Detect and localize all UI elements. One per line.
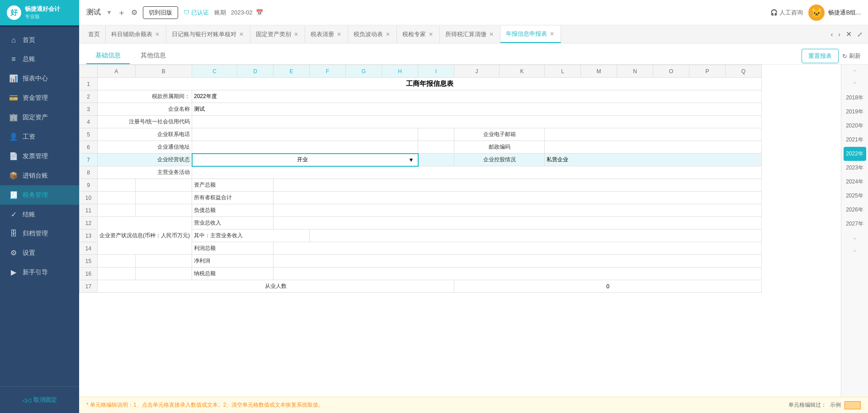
col-header-E[interactable]: E — [274, 65, 310, 78]
cell-total-assets-value[interactable] — [274, 179, 762, 192]
cell-total-revenue-value[interactable] — [274, 217, 762, 230]
table-row: 16 纳税总额 — [80, 268, 762, 280]
service-button[interactable]: 🎧 人工咨询 — [770, 9, 803, 17]
sidebar-item-inventory[interactable]: 📦 进销台账 — [0, 166, 79, 185]
year-item-2025[interactable]: 2025年 — [844, 189, 866, 203]
tab-close-journal[interactable]: ✕ — [238, 30, 245, 38]
cell-title[interactable]: 工商年报信息表 — [98, 78, 762, 90]
sidebar-item-wages[interactable]: 👤 工资 — [0, 127, 79, 146]
cell-tax-total-value[interactable] — [274, 268, 762, 280]
tab-tax-fluctuation[interactable]: 税负波动表 ✕ — [348, 26, 397, 43]
topbar-settings-button[interactable]: ⚙ — [131, 8, 137, 17]
cell-equity-value[interactable] — [274, 192, 762, 204]
col-header-N[interactable]: N — [617, 65, 653, 78]
cell-employees-value[interactable]: 0 — [454, 280, 762, 293]
col-header-B[interactable]: B — [135, 65, 192, 78]
tab-income-tax-label: 所得税汇算清缴 — [445, 30, 486, 38]
col-header-A[interactable]: A — [98, 65, 136, 78]
cell-profit-value[interactable] — [274, 242, 762, 255]
tab-tax-schedule[interactable]: 税表清册 ✕ — [305, 26, 348, 43]
year-item-2021[interactable]: 2021年 — [844, 133, 866, 147]
sidebar-item-settings[interactable]: ⚙ 设置 — [0, 243, 79, 263]
tab-income-tax[interactable]: 所得税汇算清缴 ✕ — [440, 26, 500, 43]
cell-liability-value[interactable] — [274, 204, 762, 217]
tab-annual-report[interactable]: 年报信息申报表 ✕ — [500, 26, 561, 43]
col-header-C[interactable]: C — [192, 65, 237, 78]
switch-version-button[interactable]: 切到旧版 — [143, 6, 178, 19]
sidebar-item-settlement[interactable]: ✓ 结账 — [0, 205, 79, 224]
tab-fixed-asset-type[interactable]: 固定资产类别 ✕ — [250, 26, 305, 43]
year-scroll-up2[interactable]: ⌃ — [850, 79, 859, 91]
tab-close-annual[interactable]: ✕ — [549, 30, 555, 38]
reset-report-button[interactable]: 重置报表 — [802, 49, 839, 63]
cell-address-value[interactable] — [192, 141, 418, 154]
cell-holding-value[interactable]: 私营企业 — [545, 154, 762, 166]
sidebar-item-funds[interactable]: 💳 资金管理 — [0, 88, 79, 108]
col-header-J[interactable]: J — [454, 65, 500, 78]
col-header-O[interactable]: O — [653, 65, 689, 78]
tab-next-button[interactable]: › — [836, 29, 842, 40]
year-scroll-up[interactable]: ⌃ — [850, 66, 859, 79]
cell-postcode-value[interactable] — [545, 141, 762, 154]
tab-close-schedule[interactable]: ✕ — [336, 30, 342, 38]
col-header-I[interactable]: I — [418, 65, 454, 78]
tab-close-all-button[interactable]: ✕ — [844, 28, 854, 40]
tab-aux-balance[interactable]: 科目辅助余额表 ✕ — [106, 26, 166, 43]
cell-net-profit-value[interactable] — [274, 255, 762, 268]
col-header-D[interactable]: D — [237, 65, 274, 78]
cell-period-value[interactable]: 2022年度 — [192, 90, 762, 103]
cell-biz-status-value[interactable]: 开业 ▼ — [192, 154, 418, 166]
pin-button[interactable]: ◁◁ 取消固定 — [0, 391, 79, 408]
sidebar-item-home[interactable]: ⌂ 首页 — [0, 31, 79, 50]
col-header-M[interactable]: M — [581, 65, 617, 78]
cell-biz-activity-value[interactable] — [192, 166, 762, 179]
col-header-P[interactable]: P — [689, 65, 726, 78]
sub-tab-other[interactable]: 其他信息 — [132, 48, 175, 64]
tab-expand-button[interactable]: ⤢ — [855, 29, 864, 40]
tab-prev-button[interactable]: ‹ — [829, 29, 835, 40]
tab-journal-bank[interactable]: 日记账与银行对账单核对 ✕ — [166, 26, 250, 43]
cell-company-value[interactable]: 测试 — [192, 103, 762, 116]
year-item-2020[interactable]: 2020年 — [844, 119, 866, 133]
year-item-2022[interactable]: 2022年 — [844, 147, 866, 161]
col-header-L[interactable]: L — [545, 65, 581, 78]
refresh-button[interactable]: ↻ 刷新 — [842, 52, 861, 60]
year-item-2023[interactable]: 2023年 — [844, 161, 866, 175]
tab-close-fixed[interactable]: ✕ — [293, 30, 299, 38]
col-header-F[interactable]: F — [310, 65, 346, 78]
cell-phone-value[interactable] — [192, 128, 418, 141]
col-header-H[interactable]: H — [382, 65, 418, 78]
topbar-dropdown-arrow[interactable]: ▼ — [106, 9, 112, 16]
sidebar-item-archive[interactable]: 🗄 归档管理 — [0, 224, 79, 243]
tab-close-fluctuation[interactable]: ✕ — [385, 30, 391, 38]
cell-reg-value[interactable] — [192, 116, 762, 128]
sidebar-item-report[interactable]: 📊 报表中心 — [0, 69, 79, 88]
sidebar-item-invoices[interactable]: 📄 发票管理 — [0, 146, 79, 166]
tab-close-income[interactable]: ✕ — [488, 30, 495, 38]
cell-main-revenue-value[interactable] — [310, 230, 762, 242]
year-item-2026[interactable]: 2026年 — [844, 203, 866, 217]
year-scroll-down2[interactable]: ⌄ — [850, 243, 859, 255]
tab-tax-expert[interactable]: 税检专家 ✕ — [397, 26, 440, 43]
spreadsheet[interactable]: A B C D E F G H I J K L — [79, 65, 841, 397]
col-header-Q[interactable]: Q — [726, 65, 762, 78]
sidebar-item-guide[interactable]: ▶ 新手引导 — [0, 263, 79, 282]
year-item-2027[interactable]: 2027年 — [844, 217, 866, 231]
col-header-G[interactable]: G — [346, 65, 382, 78]
tab-home[interactable]: 首页 — [83, 26, 106, 43]
col-header-K[interactable]: K — [500, 65, 545, 78]
sub-tab-basic[interactable]: 基础信息 — [86, 48, 130, 64]
user-menu[interactable]: 🐱 畅捷通B组... — [808, 5, 861, 21]
sidebar-item-tax[interactable]: 🧾 税务管理 — [0, 185, 79, 205]
year-item-2019[interactable]: 2019年 — [844, 105, 866, 119]
tab-close-expert[interactable]: ✕ — [428, 30, 434, 38]
year-scroll-down[interactable]: ⌄ — [850, 231, 859, 243]
sidebar-item-fixed-assets[interactable]: 🏢 固定资产 — [0, 108, 79, 127]
topbar-add-button[interactable]: ＋ — [118, 7, 126, 18]
cell-email-value[interactable] — [545, 128, 762, 141]
tab-close-aux[interactable]: ✕ — [154, 30, 160, 38]
year-item-2018[interactable]: 2018年 — [844, 91, 866, 105]
row-num-3: 3 — [80, 103, 98, 116]
year-item-2024[interactable]: 2024年 — [844, 175, 866, 189]
sidebar-item-ledger[interactable]: ≡ 总账 — [0, 50, 79, 69]
